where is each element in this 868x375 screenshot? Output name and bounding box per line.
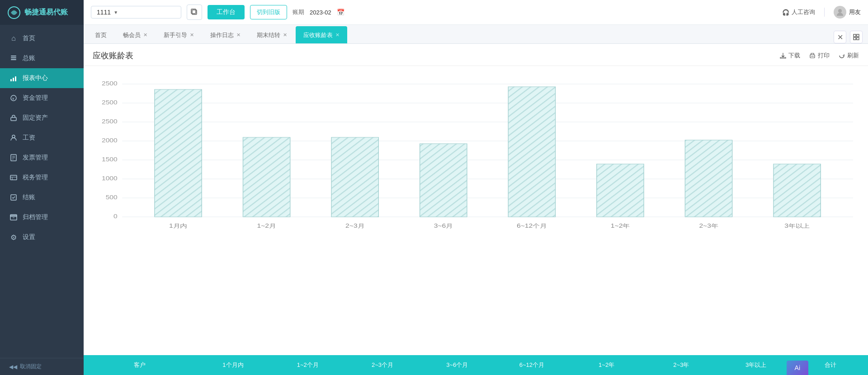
svg-rect-26 <box>857 34 859 37</box>
tab-oplog[interactable]: 操作日志 ✕ <box>203 26 248 43</box>
sidebar-item-archive[interactable]: 归档管理 <box>0 207 84 227</box>
ai-badge[interactable]: Ai <box>787 361 808 375</box>
user-area[interactable]: 用友 <box>834 6 861 19</box>
tab-ar-aging-close[interactable]: ✕ <box>335 32 340 38</box>
tab-ar-aging[interactable]: 应收账龄表 ✕ <box>296 26 347 43</box>
svg-rect-63 <box>774 164 821 217</box>
svg-rect-4 <box>10 79 12 81</box>
sidebar-item-payroll[interactable]: 工资 <box>0 128 84 148</box>
tab-home[interactable]: 首页 <box>87 26 114 43</box>
svg-text:1500: 1500 <box>102 156 118 163</box>
toolbar-actions: 下载 打印 刷新 <box>780 52 859 60</box>
copy-icon-btn[interactable] <box>187 5 202 20</box>
chevron-down-icon: ▼ <box>113 10 118 15</box>
consult-button[interactable]: 🎧 人工咨询 <box>782 8 815 16</box>
svg-text:2~3月: 2~3月 <box>345 223 364 229</box>
sidebar-item-tax[interactable]: 税务管理 <box>0 168 84 188</box>
header-right: 🎧 人工咨询 用友 <box>782 6 861 19</box>
chart-area: 2500 2500 2500 2000 1500 1000 500 0 <box>84 66 868 355</box>
svg-rect-28 <box>857 38 859 40</box>
tab-member[interactable]: 畅会员 ✕ <box>115 26 155 43</box>
top-header: 1111 ▼ 工作台 切到旧版 账期 2023-02 📅 🎧 人工咨询 <box>84 0 868 25</box>
refresh-icon <box>839 52 845 59</box>
tab-guide[interactable]: 新手引导 ✕ <box>156 26 202 43</box>
switch-version-button[interactable]: 切到旧版 <box>250 5 287 19</box>
col-2-3year: 2~3年 <box>644 361 718 369</box>
svg-text:3年以上: 3年以上 <box>784 223 810 229</box>
svg-rect-30 <box>811 56 814 56</box>
archive-icon <box>9 213 18 222</box>
payroll-icon <box>9 133 18 142</box>
home-icon: ⌂ <box>9 34 18 43</box>
svg-rect-27 <box>854 38 856 40</box>
tab-oplog-close[interactable]: ✕ <box>236 32 241 38</box>
expand-btn[interactable] <box>850 31 863 43</box>
refresh-button[interactable]: 刷新 <box>839 52 859 60</box>
headset-icon: 🎧 <box>782 9 789 16</box>
funds-icon: ¥ <box>9 94 18 103</box>
tab-member-close[interactable]: ✕ <box>143 32 147 38</box>
svg-rect-53 <box>331 137 378 217</box>
sidebar-label-tax: 税务管理 <box>23 173 48 182</box>
print-button[interactable]: 打印 <box>809 52 830 60</box>
app-title: 畅捷通易代账 <box>24 8 68 17</box>
reports-icon <box>9 74 18 83</box>
sidebar-item-funds[interactable]: ¥ 资金管理 <box>0 88 84 108</box>
copy-icon <box>191 9 198 16</box>
invoice-icon <box>9 153 18 162</box>
pin-icon: ◀◀ <box>9 364 17 370</box>
sidebar-label-funds: 资金管理 <box>23 94 48 102</box>
tab-yearend-close[interactable]: ✕ <box>283 32 287 38</box>
sidebar-nav: ⌂ 首页 总账 报表中心 ¥ 资金管理 <box>0 25 84 358</box>
svg-text:1月内: 1月内 <box>169 223 187 229</box>
assets-icon <box>9 113 18 122</box>
svg-text:2500: 2500 <box>102 118 118 125</box>
sidebar-item-invoice[interactable]: 发票管理 <box>0 148 84 168</box>
company-selector[interactable]: 1111 ▼ <box>91 6 181 19</box>
download-button[interactable]: 下载 <box>780 52 800 60</box>
page-toolbar: 应收账龄表 下载 打印 刷新 <box>84 44 868 66</box>
expand-icon <box>853 34 859 40</box>
bar-chart: 2500 2500 2500 2000 1500 1000 500 0 <box>93 70 859 242</box>
tab-guide-close[interactable]: ✕ <box>190 32 194 38</box>
cancel-fixed-label: 取消固定 <box>20 363 42 370</box>
svg-point-10 <box>12 135 15 138</box>
svg-text:6~12个月: 6~12个月 <box>517 223 547 229</box>
svg-rect-2 <box>11 57 16 58</box>
col-3-plus-year: 3年以上 <box>719 361 793 369</box>
table-header: 客户 1个月内 1~2个月 2~3个月 3~6个月 6~12个月 1~2年 2~… <box>84 355 868 375</box>
tab-yearend[interactable]: 期末结转 ✕ <box>249 26 295 43</box>
col-2-3month: 2~3个月 <box>345 361 420 369</box>
svg-rect-3 <box>11 59 16 60</box>
tab-yearend-label: 期末结转 <box>257 31 280 39</box>
sidebar-item-reports[interactable]: 报表中心 <box>0 68 84 88</box>
tab-oplog-label: 操作日志 <box>210 31 234 39</box>
chart-container: 2500 2500 2500 2000 1500 1000 500 0 <box>93 70 859 242</box>
svg-text:500: 500 <box>106 194 118 201</box>
close-tab-btn[interactable]: ✕ <box>834 31 846 43</box>
calendar-icon[interactable]: 📅 <box>337 9 344 16</box>
sidebar-item-checkout[interactable]: 结账 <box>0 188 84 207</box>
tab-home-label: 首页 <box>95 31 107 39</box>
svg-text:¥: ¥ <box>12 97 14 101</box>
svg-text:3~6月: 3~6月 <box>434 223 453 229</box>
svg-text:2500: 2500 <box>102 80 118 87</box>
svg-rect-59 <box>597 164 644 217</box>
cancel-fixed-btn[interactable]: ◀◀ 取消固定 <box>0 358 84 375</box>
workbench-button[interactable]: 工作台 <box>208 5 245 19</box>
sidebar-item-ledger[interactable]: 总账 <box>0 48 84 68</box>
sidebar-item-assets[interactable]: 固定资产 <box>0 108 84 128</box>
col-customer: 客户 <box>84 361 196 369</box>
checkout-icon <box>9 193 18 202</box>
svg-text:2500: 2500 <box>102 99 118 106</box>
sidebar-item-home[interactable]: ⌂ 首页 <box>0 28 84 48</box>
svg-rect-6 <box>15 76 16 81</box>
main-area: 1111 ▼ 工作台 切到旧版 账期 2023-02 📅 🎧 人工咨询 <box>84 0 868 375</box>
sidebar-label-payroll: 工资 <box>23 134 35 142</box>
sidebar-label-archive: 归档管理 <box>23 213 48 221</box>
sidebar-item-settings[interactable]: ⚙ 设置 <box>0 227 84 247</box>
col-1-2year: 1~2年 <box>569 361 644 369</box>
sidebar-label-assets: 固定资产 <box>23 114 48 122</box>
svg-text:2~3年: 2~3年 <box>699 223 718 229</box>
svg-rect-61 <box>685 140 732 217</box>
